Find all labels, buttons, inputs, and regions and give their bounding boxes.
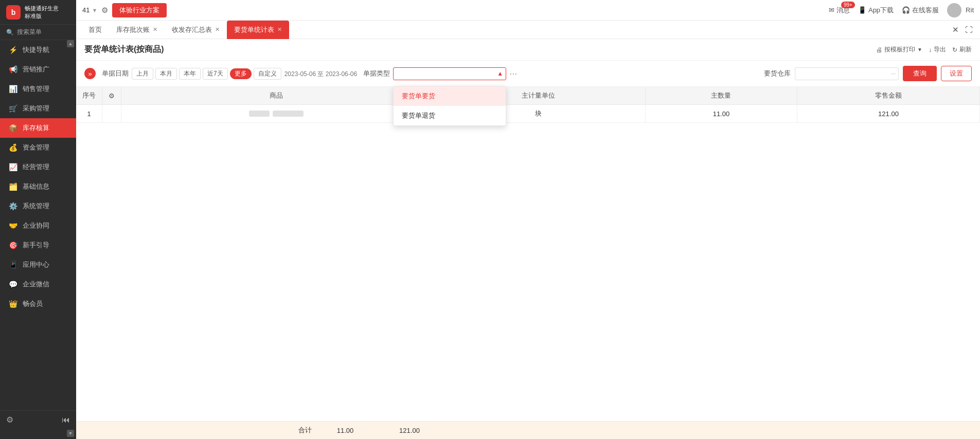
sidebar-item-quick-nav[interactable]: ⚡ 快捷导航 — [0, 40, 76, 60]
message-badge: 99+ — [841, 2, 855, 8]
this-month-btn[interactable]: 本月 — [155, 68, 177, 80]
header-left: 41 ▼ ⚙ 体验行业方案 — [82, 3, 167, 17]
sidebar-item-finance[interactable]: 💰 资金管理 — [0, 138, 76, 157]
title-actions: 🖨 按模板打印 ▼ ↓ 导出 ↻ 刷新 — [876, 45, 972, 54]
user-id-dropdown[interactable]: 41 ▼ — [82, 6, 97, 14]
col-settings[interactable]: ⚙ — [102, 87, 121, 105]
cooperation-icon: 🤝 — [8, 221, 17, 230]
app-logo: b 畅捷通好生意 标准版 — [0, 0, 76, 25]
finance-icon: 💰 — [8, 143, 17, 152]
sidebar-item-app-center[interactable]: 📱 应用中心 — [0, 255, 76, 275]
print-dropdown-icon: ▼ — [917, 47, 922, 52]
sidebar-item-wechat[interactable]: 💬 企业微信 — [0, 275, 76, 294]
user-avatar — [947, 3, 961, 17]
tab-order-summary[interactable]: 要货单统计表 ✕ — [227, 21, 289, 39]
this-year-btn[interactable]: 本年 — [179, 68, 201, 80]
filter-right: 要货仓库 ··· 查询 设置 — [764, 66, 972, 81]
header-right: ✉ 消息 99+ 📱 App下载 🎧 在线客服 Rit — [829, 3, 974, 17]
last-month-btn[interactable]: 上月 — [132, 68, 153, 80]
filter-expand-btn[interactable]: » — [84, 68, 96, 79]
dropdown-arrow-icon: ▼ — [92, 7, 97, 13]
warehouse-select-wrap: ··· — [795, 67, 899, 80]
query-btn[interactable]: 查询 — [903, 66, 937, 81]
tab-expand-icon[interactable]: ⛶ — [963, 24, 975, 35]
footer-label: 合计 — [229, 426, 312, 435]
tab-inventory-batch[interactable]: 库存批次账 ✕ — [109, 21, 165, 39]
search-icon: 🔍 — [6, 29, 14, 36]
header-gear-icon[interactable]: ⚙ — [101, 6, 108, 15]
tab-inventory-batch-close[interactable]: ✕ — [153, 26, 157, 33]
tab-recv-summary-close[interactable]: ✕ — [215, 26, 220, 33]
filter-date-group: 单据日期 上月 本月 本年 近7天 更多 自定义 2023-05-06 至 20… — [102, 68, 357, 80]
sidebar-item-basic[interactable]: 🗂️ 基础信息 — [0, 177, 76, 196]
main-area: 41 ▼ ⚙ 体验行业方案 ✉ 消息 99+ 📱 App下载 🎧 在线客服 R — [76, 0, 980, 439]
last-7-days-btn[interactable]: 近7天 — [203, 68, 228, 80]
sidebar-scroll-down[interactable]: ▼ — [67, 430, 74, 437]
inventory-icon: 📦 — [8, 123, 17, 133]
search-menu[interactable]: 🔍 搜索菜单 — [0, 25, 76, 40]
product-placeholder-2 — [273, 111, 304, 117]
sidebar-scroll-up[interactable]: ▲ — [67, 40, 74, 47]
filter-more-icon[interactable]: ··· — [509, 68, 517, 79]
sidebar-collapse-btn[interactable]: ⏮ — [62, 415, 70, 425]
user-avatar-action[interactable]: Rit — [947, 3, 974, 17]
sidebar-item-member[interactable]: 👑 畅会员 — [0, 294, 76, 314]
online-service-action[interactable]: 🎧 在线客服 — [902, 6, 939, 15]
purchase-icon: 🛒 — [8, 104, 17, 113]
warehouse-label: 要货仓库 — [764, 69, 791, 78]
headset-icon: 🎧 — [902, 6, 910, 14]
page-title: 要货单统计表(按商品) — [84, 44, 164, 55]
sidebar-item-cooperation[interactable]: 🤝 企业协同 — [0, 216, 76, 235]
more-btn[interactable]: 更多 — [230, 68, 252, 79]
settings-btn[interactable]: 设置 — [941, 66, 972, 81]
top-header: 41 ▼ ⚙ 体验行业方案 ✉ 消息 99+ 📱 App下载 🎧 在线客服 R — [76, 0, 980, 21]
logo-text: 畅捷通好生意 标准版 — [25, 5, 59, 20]
logo-icon: b — [6, 5, 21, 20]
dropdown-item-0[interactable]: 要货单要货 — [394, 86, 506, 106]
cell-product — [121, 105, 432, 123]
col-amount: 零售金额 — [797, 87, 979, 105]
cell-seq: 1 — [76, 105, 102, 123]
phone-icon: 📱 — [858, 6, 866, 14]
dropdown-item-1[interactable]: 要货单退货 — [394, 106, 506, 125]
newbie-icon: 🎯 — [8, 241, 17, 250]
message-action[interactable]: ✉ 消息 99+ — [829, 6, 850, 15]
sidebar-item-marketing[interactable]: 📢 营销推广 — [0, 60, 76, 79]
sidebar-item-system[interactable]: ⚙️ 系统管理 — [0, 196, 76, 216]
tab-recv-summary[interactable]: 收发存汇总表 ✕ — [165, 21, 227, 39]
trial-btn[interactable]: 体验行业方案 — [112, 3, 167, 17]
print-btn[interactable]: 🖨 按模板打印 ▼ — [876, 45, 922, 54]
app-download-action[interactable]: 📱 App下载 — [858, 6, 894, 15]
col-qty: 主数量 — [645, 87, 797, 105]
export-btn[interactable]: ↓ 导出 — [929, 45, 946, 54]
filter-bar: » 单据日期 上月 本月 本年 近7天 更多 自定义 2023-05-06 至 … — [76, 61, 980, 87]
marketing-icon: 📢 — [8, 65, 17, 74]
date-buttons: 上月 本月 本年 近7天 更多 自定义 — [132, 68, 281, 80]
sidebar-item-operations[interactable]: 📈 经营管理 — [0, 157, 76, 177]
product-placeholder-1 — [249, 111, 270, 117]
col-product: 商品 — [121, 87, 432, 105]
print-icon: 🖨 — [876, 46, 882, 53]
sidebar-settings-btn[interactable]: ⚙ — [6, 415, 13, 425]
tabs-bar: 首页 库存批次账 ✕ 收发存汇总表 ✕ 要货单统计表 ✕ ✕ ⛶ — [76, 21, 980, 39]
table-area: 序号 ⚙ 商品 主计量单位 主数量 零售金额 1 — [76, 87, 980, 421]
sidebar-item-purchase[interactable]: 🛒 采购管理 — [0, 99, 76, 118]
type-label: 单据类型 — [363, 69, 390, 78]
sidebar-item-sales[interactable]: 📊 销售管理 — [0, 79, 76, 99]
tab-close-all-icon[interactable]: ✕ — [950, 24, 961, 35]
date-label: 单据日期 — [102, 69, 129, 78]
refresh-btn[interactable]: ↻ 刷新 — [952, 45, 972, 54]
product-cell — [128, 111, 425, 117]
sidebar-bottom: ⚙ ⏮ — [0, 410, 76, 429]
sidebar-item-inventory[interactable]: 📦 库存核算 — [0, 118, 76, 138]
cell-amount: 121.00 — [797, 105, 979, 123]
operations-icon: 📈 — [8, 162, 17, 172]
sales-icon: 📊 — [8, 84, 17, 94]
custom-btn[interactable]: 自定义 — [254, 68, 281, 80]
warehouse-input[interactable] — [795, 67, 899, 80]
tab-order-summary-close[interactable]: ✕ — [277, 26, 282, 33]
type-input[interactable] — [393, 67, 506, 80]
sidebar-item-newbie[interactable]: 🎯 新手引导 — [0, 235, 76, 255]
tab-home[interactable]: 首页 — [81, 21, 109, 39]
sidebar: b 畅捷通好生意 标准版 🔍 搜索菜单 ▲ ⚡ 快捷导航 📢 营销推广 📊 销售… — [0, 0, 76, 439]
